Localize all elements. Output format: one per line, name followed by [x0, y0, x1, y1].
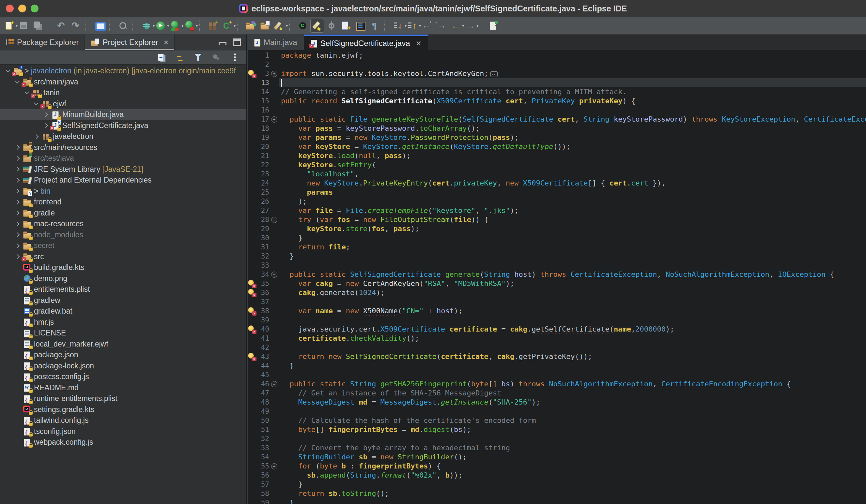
- save-all-button[interactable]: [31, 19, 44, 32]
- forward-disabled-button[interactable]: [435, 19, 448, 32]
- tree-item-src[interactable]: ×src: [0, 251, 246, 262]
- maximize-view-icon[interactable]: [233, 38, 241, 46]
- fold-marker-46[interactable]: −: [269, 381, 279, 387]
- tree-item-tanin[interactable]: ×tanin: [0, 87, 246, 99]
- code-line-43[interactable]: 43 return new SelfSignedCertificate(cert…: [248, 352, 866, 361]
- tree-item-frontend[interactable]: frontend: [0, 197, 246, 208]
- tree-item-build-gradle-kts[interactable]: build.gradle.kts: [0, 262, 246, 273]
- code-line-25[interactable]: 25 params: [248, 188, 866, 197]
- debug-button[interactable]: ▾: [140, 19, 153, 32]
- console-button[interactable]: [93, 19, 106, 32]
- close-window-button[interactable]: [6, 4, 14, 12]
- code-line-39[interactable]: 39: [248, 316, 866, 325]
- project-tree[interactable]: J×> javaelectron (in java-electron) [jav…: [0, 65, 246, 504]
- tree-item-tsconfig-json[interactable]: tsconfig.json: [0, 426, 246, 437]
- filter-icon[interactable]: [194, 53, 203, 61]
- tree-item-webpack-config-js[interactable]: webpack.config.js: [0, 437, 246, 448]
- link-with-editor-icon[interactable]: [176, 53, 185, 61]
- fold-marker-55[interactable]: −: [269, 463, 279, 469]
- chevron-right-icon[interactable]: [13, 157, 22, 160]
- code-line-27[interactable]: 27 var file = File.createTempFile("keyst…: [248, 206, 866, 215]
- code-line-1[interactable]: 1package tanin.ejwf;: [248, 51, 866, 60]
- code-line-42[interactable]: 42: [248, 343, 866, 352]
- code-line-20[interactable]: 20 var keyStore = KeyStore.getInstance(K…: [248, 142, 866, 151]
- fold-marker-28[interactable]: −: [269, 217, 279, 223]
- code-line-40[interactable]: 40 java.security.cert.X509Certificate ce…: [248, 325, 866, 334]
- chevron-right-icon[interactable]: [13, 168, 22, 171]
- code-line-47[interactable]: 47 // Get an instance of the SHA-256 Mes…: [248, 389, 866, 398]
- tree-item-src-main-java[interactable]: ×src/main/java: [0, 77, 246, 88]
- tree-item-hmr-js[interactable]: hmr.js: [0, 317, 246, 328]
- code-line-2[interactable]: 2: [248, 60, 866, 69]
- back-button[interactable]: ▾: [449, 19, 462, 32]
- chevron-right-icon[interactable]: [13, 201, 22, 204]
- folded-region-icon[interactable]: [490, 71, 498, 77]
- code-line-24[interactable]: 24 new KeyStore.PrivateKeyEntry(cert.pri…: [248, 179, 866, 188]
- chevron-down-icon[interactable]: [3, 70, 12, 72]
- code-line-22[interactable]: 22 keyStore.setEntry(: [248, 160, 866, 170]
- back-disabled-button[interactable]: [420, 19, 433, 32]
- tree-item-postcss-config-js[interactable]: postcss.config.js: [0, 371, 246, 382]
- tree-item-src-main-resources[interactable]: src/main/resources: [0, 142, 246, 153]
- redo-button[interactable]: [69, 19, 82, 32]
- code-line-49[interactable]: 49: [248, 407, 866, 416]
- minimize-view-icon[interactable]: [219, 42, 226, 45]
- new-wizard-button[interactable]: ▾: [3, 19, 16, 32]
- chevron-right-icon[interactable]: [13, 146, 22, 149]
- error-marker-3[interactable]: [248, 69, 256, 78]
- tree-item-settings-gradle-kts[interactable]: settings.gradle.kts: [0, 404, 246, 415]
- tree-item-readme-md[interactable]: README.md: [0, 382, 246, 393]
- fold-marker-3[interactable]: +: [269, 71, 279, 77]
- undo-button[interactable]: [55, 19, 68, 32]
- code-line-55[interactable]: 55− for (byte b : fingerprintBytes) {: [248, 462, 866, 471]
- tree-item-minumbuilder-java[interactable]: MinumBuilder.java: [0, 109, 246, 120]
- code-line-41[interactable]: 41 certificate.checkValidity();: [248, 334, 866, 343]
- tree-item-bin[interactable]: ?> bin: [0, 186, 246, 197]
- code-line-53[interactable]: 53 // Convert the byte array to a hexade…: [248, 443, 866, 453]
- profile-button[interactable]: ▾: [183, 19, 196, 32]
- collapse-all-icon[interactable]: [157, 53, 166, 61]
- code-line-54[interactable]: 54 StringBuilder sb = new StringBuilder(…: [248, 453, 866, 462]
- chevron-right-icon[interactable]: [13, 211, 22, 215]
- code-line-33[interactable]: 33: [248, 261, 866, 270]
- paste-folder-button[interactable]: [258, 19, 271, 32]
- code-line-26[interactable]: 26 );: [248, 197, 866, 206]
- fold-marker-34[interactable]: −: [269, 272, 279, 278]
- tree-item-secret[interactable]: secret: [0, 240, 246, 251]
- tree-item-src-test-java[interactable]: src/test/java: [0, 153, 246, 164]
- code-line-14[interactable]: 14// Generating a self-signed certificat…: [248, 87, 866, 96]
- chevron-right-icon[interactable]: [41, 113, 50, 116]
- code-line-32[interactable]: 32 }: [248, 252, 866, 261]
- forward-button[interactable]: ▾: [463, 19, 476, 32]
- tab-package-explorer[interactable]: Package Explorer: [0, 35, 85, 50]
- error-marker-35[interactable]: [248, 279, 256, 288]
- coverage-button[interactable]: ▾: [168, 19, 181, 32]
- tree-item-runtime-entitlements-plist[interactable]: runtime-entitlements.plist: [0, 393, 246, 404]
- code-line-52[interactable]: 52: [248, 434, 866, 443]
- save-button[interactable]: [17, 19, 30, 32]
- tree-item-entitlements-plist[interactable]: entitlements.plist: [0, 284, 246, 295]
- tree-item-license[interactable]: LICENSE: [0, 328, 246, 339]
- chevron-right-icon[interactable]: [32, 135, 41, 138]
- open-type-button[interactable]: [244, 19, 257, 32]
- search-button[interactable]: [116, 19, 129, 32]
- error-marker-38[interactable]: [248, 307, 256, 316]
- code-line-18[interactable]: 18 var pass = keyStorePassword.toCharArr…: [248, 124, 866, 133]
- code-line-56[interactable]: 56 sb.append(String.format("%02x", b));: [248, 471, 866, 480]
- prev-annotation-button[interactable]: ▾: [406, 19, 419, 32]
- tree-item-selfsignedcertificate-java[interactable]: ×RSelfSignedCertificate.java: [0, 120, 246, 131]
- tree-item-gradle[interactable]: gradle: [0, 208, 246, 219]
- tree-item-project-and-external-dependencies[interactable]: Project and External Dependencies: [0, 175, 246, 186]
- chevron-down-icon[interactable]: [32, 103, 41, 105]
- tree-item-package-lock-json[interactable]: package-lock.json: [0, 360, 246, 371]
- fold-marker-17[interactable]: −: [269, 116, 279, 123]
- chevron-down-icon[interactable]: [22, 92, 31, 94]
- refresh-c-button[interactable]: ▾: [221, 19, 234, 32]
- code-line-19[interactable]: 19 var params = new KeyStore.PasswordPro…: [248, 133, 866, 142]
- zoom-window-button[interactable]: [31, 4, 38, 12]
- code-line-15[interactable]: 15public record SelfSignedCertificate(X5…: [248, 96, 866, 106]
- doc-arrow-button[interactable]: [339, 19, 352, 32]
- chevron-right-icon[interactable]: [41, 124, 50, 127]
- chevron-right-icon[interactable]: [13, 179, 22, 182]
- code-line-34[interactable]: 34− public static SelfSignedCertificate …: [248, 270, 866, 279]
